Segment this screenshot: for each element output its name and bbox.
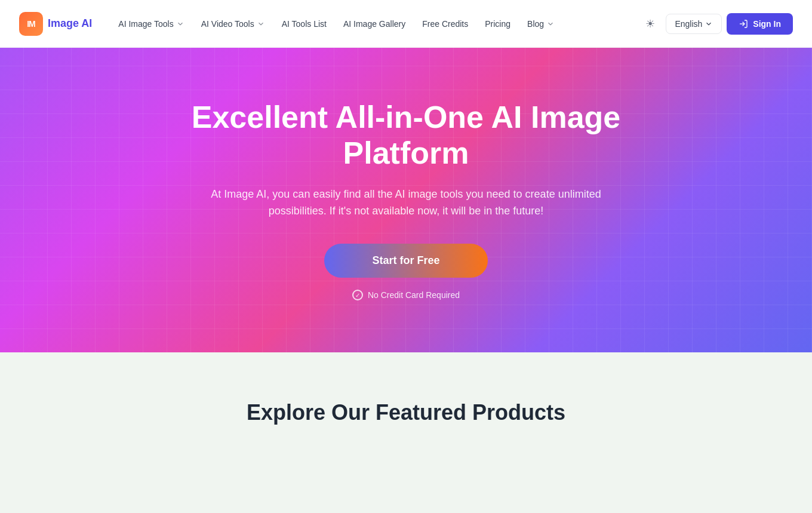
hero-section: Excellent All-in-One AI Image Platform A… (0, 48, 812, 352)
logo-icon: IM (19, 12, 43, 36)
sign-in-button[interactable]: Sign In (727, 13, 793, 35)
hero-title: Excellent All-in-One AI Image Platform (167, 100, 645, 171)
hero-content: Excellent All-in-One AI Image Platform A… (167, 100, 645, 300)
start-for-free-button[interactable]: Start for Free (324, 244, 487, 278)
nav-links: AI Image Tools AI Video Tools AI Tools L… (111, 14, 639, 33)
chevron-down-icon (257, 20, 265, 28)
nav-item-ai-image-tools[interactable]: AI Image Tools (111, 14, 191, 33)
nav-right: ☀ English Sign In (639, 13, 793, 35)
chevron-down-icon (176, 20, 184, 28)
nav-item-blog[interactable]: Blog (520, 14, 562, 33)
featured-title: Explore Our Featured Products (24, 400, 788, 425)
sign-in-icon (739, 19, 748, 29)
nav-item-pricing[interactable]: Pricing (478, 14, 518, 33)
logo-link[interactable]: IM Image AI (19, 12, 92, 36)
check-circle-icon: ✓ (352, 290, 363, 300)
no-credit-card-notice: ✓ No Credit Card Required (167, 290, 645, 300)
navbar: IM Image AI AI Image Tools AI Video Tool… (0, 0, 812, 48)
theme-toggle-button[interactable]: ☀ (639, 13, 661, 35)
brand-name: Image AI (48, 17, 92, 30)
hero-subtitle: At Image AI, you can easily find all the… (203, 186, 609, 220)
chevron-down-icon (705, 20, 713, 28)
language-selector[interactable]: English (666, 14, 722, 34)
featured-section: Explore Our Featured Products (0, 352, 812, 513)
nav-item-ai-image-gallery[interactable]: AI Image Gallery (336, 14, 413, 33)
chevron-down-icon (546, 20, 555, 28)
nav-item-ai-tools-list[interactable]: AI Tools List (275, 14, 334, 33)
nav-item-ai-video-tools[interactable]: AI Video Tools (194, 14, 272, 33)
nav-item-free-credits[interactable]: Free Credits (415, 14, 475, 33)
